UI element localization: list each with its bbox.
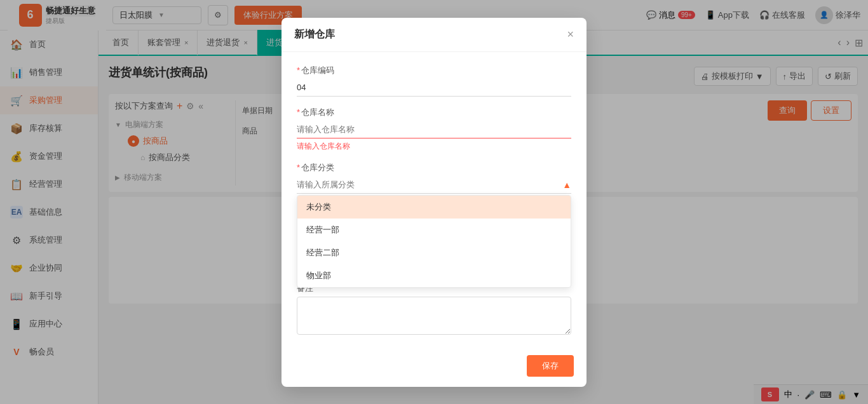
name-input[interactable] bbox=[297, 121, 571, 138]
dropdown-item-1[interactable]: 经营一部 bbox=[297, 219, 571, 241]
dropdown-item-0[interactable]: 未分类 bbox=[297, 196, 571, 219]
notes-textarea[interactable] bbox=[297, 297, 571, 335]
category-dropdown: 未分类 经营一部 经营二部 物业部 bbox=[297, 195, 571, 288]
modal-header: 新增仓库 × bbox=[281, 18, 587, 52]
category-input[interactable] bbox=[297, 176, 571, 194]
form-row-notes: 备注 bbox=[297, 283, 571, 335]
modal-close-button[interactable]: × bbox=[567, 29, 574, 40]
modal-body: * 仓库编码 * 仓库名称 请输入仓库名称 * 仓库分类 bbox=[281, 52, 587, 335]
category-select-row: ▲ bbox=[297, 176, 571, 194]
category-label: * 仓库分类 bbox=[297, 162, 571, 173]
name-error-msg: 请输入仓库名称 bbox=[297, 141, 571, 152]
modal-overlay: 新增仓库 × * 仓库编码 * 仓库名称 请输入仓库名称 bbox=[0, 0, 868, 404]
name-label: * 仓库名称 bbox=[297, 107, 571, 118]
form-row-code: * 仓库编码 bbox=[297, 65, 571, 97]
form-row-name: * 仓库名称 请输入仓库名称 bbox=[297, 107, 571, 152]
modal-title: 新增仓库 bbox=[294, 28, 335, 41]
save-button[interactable]: 保存 bbox=[527, 355, 574, 377]
modal-footer: 保存 bbox=[281, 345, 587, 387]
dropdown-item-3[interactable]: 物业部 bbox=[297, 264, 571, 287]
category-arrow-icon[interactable]: ▲ bbox=[562, 180, 571, 190]
code-label: * 仓库编码 bbox=[297, 65, 571, 76]
add-warehouse-modal: 新增仓库 × * 仓库编码 * 仓库名称 请输入仓库名称 bbox=[281, 18, 587, 387]
code-input[interactable] bbox=[297, 79, 571, 97]
dropdown-item-2[interactable]: 经营二部 bbox=[297, 241, 571, 264]
form-row-category: * 仓库分类 ▲ 未分类 经营一部 经营二部 物业部 bbox=[297, 162, 571, 194]
